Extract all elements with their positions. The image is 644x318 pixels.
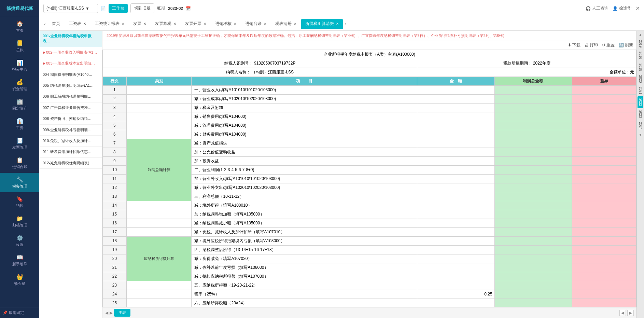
nav-prev-icon[interactable]: ◀ [105,310,108,315]
sidebar-item-税务管理[interactable]: 🔧税务管理 [0,173,39,192]
row-diff [572,272,636,281]
left-panel-item-001[interactable]: 001-企业所得税年度纳税申报表… [39,31,102,47]
download-button[interactable]: ⬇ 下载 [568,42,580,48]
table-row: 7 利润总额计算 减：资产减值损失 [103,139,636,148]
nav-tab-0[interactable]: 首页 [48,19,64,29]
tab-close-icon[interactable]: ✕ [204,22,206,26]
nav-tab-5[interactable]: 发票开票✕ [181,19,210,29]
left-panel-item-007[interactable]: 007-广告费和业务宣传费跨… [39,102,102,113]
nav-tab-4[interactable]: 发票算税✕ [151,19,180,29]
left-panel-item-010[interactable]: 010-免税、减计收入及加计… [39,136,102,147]
sidebar-item-设置[interactable]: ⚙️设置 [0,231,39,251]
nav-tab-1[interactable]: 工资表✕ [65,19,90,29]
row-amount [417,94,495,103]
nav-tab-6[interactable]: 进销稽核✕ [211,19,240,29]
print-button[interactable]: 🖨 打印 [585,42,598,48]
row-number: 13 [103,192,127,201]
workbench-button[interactable]: 工作台 [109,4,128,13]
sidebar-item-首页[interactable]: 🏠首页 [0,17,39,37]
nav-next-icon[interactable]: ▶ [110,310,113,315]
ai-consult[interactable]: 🎧 人工咨询 [586,5,608,11]
tab-close-icon[interactable]: ✕ [122,22,124,26]
year-item-2023[interactable]: 2023 [638,108,643,120]
row-number: 8 [103,148,127,156]
nav-tab-3[interactable]: 发票✕ [129,19,150,29]
tab-close-icon[interactable]: ✕ [264,22,266,26]
user-info[interactable]: 👤 徐逢华 [613,5,631,11]
nav-tab-2[interactable]: 工资统计报表✕ [91,19,128,29]
tab-close-icon[interactable]: ✕ [234,22,236,26]
year-item-2020[interactable]: 2020 [638,73,643,85]
row-amount [417,263,495,272]
year-item-2016[interactable]: 2016 [638,50,643,61]
year-scroll-down[interactable]: ▼ [638,132,643,137]
left-panel-item-label: 004-期间费用明细表(A1040… [43,72,93,77]
sidebar-label: 设置 [16,242,24,247]
sidebar-item-报表中心[interactable]: 📊报表中心 [0,56,39,75]
sidebar-label: 首页 [16,28,24,33]
alert-bar: 2019年度涉及取以前年度结转数据的申报表单元格需要手工维护正确，才能保证本年及… [102,31,636,41]
left-panel-item-label: 007-广告费和业务宣传费跨… [43,106,92,110]
sidebar-item-发票管理[interactable]: 🧾发票管理 [0,134,39,153]
tab-close-icon[interactable]: ✕ [336,22,339,26]
nav-tab-7[interactable]: 进销台账✕ [241,19,270,29]
scroll-left-icon[interactable]: ◀ [619,310,626,316]
year-item-2018[interactable]: 2018 [638,61,643,73]
tab-close-icon[interactable]: ✕ [294,22,296,26]
row-amount [417,227,495,236]
row-number: 7 [103,139,127,148]
left-panel-item-002[interactable]: 002-一般企业收入明细表(A1… [39,47,102,58]
row-amount [417,148,495,156]
nav-scroll-left[interactable]: ‹ [43,21,47,27]
nav-tab-8[interactable]: 税表清册✕ [271,19,300,29]
nav-scroll-right[interactable]: › [344,21,348,27]
main-table: 企业所得税年度纳税申报表（A类）主表(A100000) 纳税人识别号： 9132… [102,50,636,307]
sidebar-item-归档管理[interactable]: 📁归档管理 [0,212,39,231]
left-panel-item-012[interactable]: 012-减免所得税优惠明细表(… [39,158,102,169]
reset-button[interactable]: ↺ 重置 [602,42,615,48]
year-item-2021[interactable]: 2021 [638,85,643,96]
sidebar-item-结账[interactable]: 🔖结账 [0,192,39,212]
row-amount: 0.25 [417,290,495,299]
row-amount [417,299,495,307]
sidebar-item-新手引导[interactable]: 📖新手引导 [0,251,39,270]
calendar-icon[interactable]: 📅 [186,6,191,11]
left-panel-item-005[interactable]: 005-纳税调整项目明细表(A1… [39,80,102,91]
main-area: (勾删) 江西服宝-LSS ▼ 📄 工作台 切到旧版 账期 2023-02 📅 … [39,0,644,318]
year-item-2019[interactable]: 2019 [638,38,643,50]
scroll-right-icon[interactable]: ▶ [627,310,634,316]
sidebar-item-总账[interactable]: 📒总账 [0,37,39,56]
refresh-button[interactable]: 🔄 刷新 [619,42,633,48]
left-panel-item-011[interactable]: 011-研发费用加计扣除优惠… [39,147,102,157]
left-panel-item-label: 003-一般企业成本支出明细… [46,61,95,65]
close-window-icon[interactable]: ✕ [635,5,640,12]
tab-close-icon[interactable]: ✕ [83,22,86,26]
tab-close-icon[interactable]: ✕ [173,22,176,26]
row-cat [126,227,192,236]
left-panel-item-006[interactable]: 006-职工薪酬纳税调整明细… [39,91,102,102]
tab-close-icon[interactable]: ✕ [143,22,146,26]
sidebar-item-工资[interactable]: 👔工资 [0,114,39,134]
company-select[interactable]: (勾删) 江西服宝-LSS ▼ [43,4,98,13]
row-diff [572,192,636,201]
sidebar-item-畅会员[interactable]: 👑畅会员 [0,270,39,290]
row-diff [572,156,636,165]
right-main: 2019年度涉及取以前年度结转数据的申报表单元格需要手工维护正确，才能保证本年及… [102,31,636,318]
row-amount [417,192,495,201]
switch-old-button[interactable]: 切到旧版 [130,3,154,13]
nav-tab-9[interactable]: 所得税汇算清缴✕ [301,19,343,29]
sidebar-icon: 🔧 [16,176,23,183]
left-panel-item-003[interactable]: 003-一般企业成本支出明细… [39,58,102,69]
year-item-2024[interactable]: 2024 [638,120,643,132]
year-scroll-up[interactable]: ▲ [638,32,643,37]
row-diff [572,174,636,183]
unpin-button[interactable]: 📌 取消固定 [0,307,39,318]
left-panel-item-008[interactable]: 008-资产折旧、摊销及纳税… [39,113,102,124]
sidebar-item-资金管理[interactable]: 💰资金管理 [0,75,39,95]
left-panel-item-009[interactable]: 009-企业所得税补亏损明细… [39,125,102,136]
left-panel-item-004[interactable]: 004-期间费用明细表(A1040… [39,69,102,80]
year-item-2022[interactable]: 2022 [638,96,643,108]
sidebar-item-固定资产[interactable]: 🏢固定资产 [0,95,39,114]
sheet-tab-main[interactable]: 主表 [114,309,130,317]
sidebar-item-进销台账[interactable]: 📋进销台账 [0,153,39,173]
